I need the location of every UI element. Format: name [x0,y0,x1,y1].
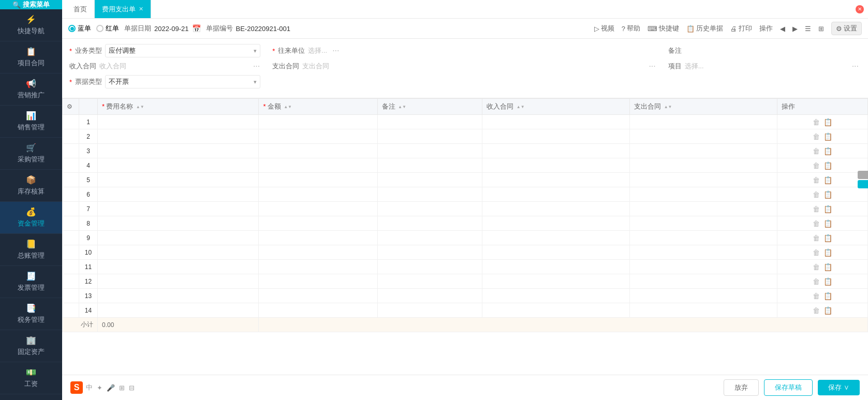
remark-cell[interactable] [377,158,482,173]
remark-cell[interactable] [377,245,482,260]
th-amount[interactable]: * 金额 ▲▼ [259,99,377,115]
expense-contract-cell[interactable] [630,144,777,158]
expense-name-cell[interactable] [98,289,259,303]
amount-cell[interactable] [259,274,377,289]
copy-icon[interactable]: 📋 [823,306,832,315]
expense-name-cell[interactable] [98,216,259,231]
sidebar-header[interactable]: 🔍 搜索菜单 [0,0,62,9]
delete-icon[interactable]: 🗑 [813,219,820,228]
th-income-contract[interactable]: 收入合同 ▲▼ [482,99,630,115]
sort-arrows-income[interactable]: ▲▼ [517,105,525,109]
delete-icon[interactable]: 🗑 [813,277,820,286]
sidebar-item-invoice[interactable]: 🧾 发票管理 [0,266,62,298]
income-contract-cell[interactable] [482,231,630,245]
expense-contract-cell[interactable] [630,303,777,318]
remark-cell[interactable] [377,173,482,187]
copy-icon[interactable]: 📋 [823,234,832,242]
expense-contract-cell[interactable] [630,274,777,289]
amount-cell[interactable] [259,115,377,129]
remark-cell[interactable] [377,260,482,274]
sidebar-item-capital[interactable]: 💰 资金管理 [0,202,62,234]
expense-name-cell[interactable] [98,245,259,260]
income-contract-cell[interactable] [482,289,630,303]
expense-name-cell[interactable] [98,187,259,202]
right-tab-link[interactable]: 联 [858,180,868,188]
copy-icon[interactable]: 📋 [823,190,832,199]
sort-arrows-expense-contract[interactable]: ▲▼ [664,105,672,109]
expense-contract-cell[interactable] [630,289,777,303]
shortcut-button[interactable]: ⌨ 快捷键 [648,24,679,33]
delete-icon[interactable]: 🗑 [813,205,820,213]
copy-icon[interactable]: 📋 [823,132,832,141]
income-contract-cell[interactable] [482,274,630,289]
business-type-select[interactable]: 应付调整 ▾ [105,44,260,57]
delete-icon[interactable]: 🗑 [813,234,820,242]
remark-cell[interactable] [377,202,482,216]
amount-cell[interactable] [259,173,377,187]
income-contract-cell[interactable] [482,216,630,231]
amount-cell[interactable] [259,187,377,202]
copy-icon[interactable]: 📋 [823,292,832,300]
video-button[interactable]: ▷ 视频 [594,24,614,33]
expense-name-cell[interactable] [98,303,259,318]
expense-name-cell[interactable] [98,115,259,129]
operations-button[interactable]: 操作 [759,24,773,33]
sort-arrows-remark[interactable]: ▲▼ [398,105,406,109]
amount-cell[interactable] [259,158,377,173]
delete-icon[interactable]: 🗑 [813,248,820,257]
expense-name-cell[interactable] [98,129,259,144]
expense-contract-dots[interactable]: ··· [646,62,657,71]
expense-name-cell[interactable] [98,202,259,216]
income-contract-cell[interactable] [482,158,630,173]
expense-name-cell[interactable] [98,231,259,245]
income-contract-cell[interactable] [482,173,630,187]
right-tab-attachment[interactable]: 附 [858,171,868,179]
amount-cell[interactable] [259,231,377,245]
delete-icon[interactable]: 🗑 [813,147,820,155]
expense-contract-cell[interactable] [630,260,777,274]
copy-icon[interactable]: 📋 [823,161,832,170]
tab-home[interactable]: 首页 [66,0,95,18]
amount-cell[interactable] [259,303,377,318]
tab-close-icon[interactable]: ✕ [139,6,143,12]
copy-icon[interactable]: 📋 [823,248,832,257]
expense-contract-cell[interactable] [630,202,777,216]
expense-contract-cell[interactable] [630,231,777,245]
save-draft-button[interactable]: 保存草稿 [764,379,813,396]
expense-name-cell[interactable] [98,173,259,187]
th-remark[interactable]: 备注 ▲▼ [377,99,482,115]
remark-cell[interactable] [377,216,482,231]
expense-contract-cell[interactable] [630,173,777,187]
remark-cell[interactable] [377,129,482,144]
view-grid-button[interactable]: ⊞ [818,25,824,33]
copy-icon[interactable]: 📋 [823,219,832,228]
expense-name-cell[interactable] [98,144,259,158]
project-input[interactable]: 选择... [685,62,847,71]
th-settings[interactable]: ⚙ [63,99,79,115]
delete-icon[interactable]: 🗑 [813,306,820,315]
remark-cell[interactable] [377,231,482,245]
settings-button[interactable]: ⚙ 设置 [831,22,862,35]
sort-arrows-amount[interactable]: ▲▼ [284,105,292,109]
invoice-type-select[interactable]: 不开票 ▾ [105,75,260,88]
expense-contract-cell[interactable] [630,115,777,129]
th-expense-name[interactable]: * 费用名称 ▲▼ [98,99,259,115]
remark-cell[interactable] [377,274,482,289]
tab-expense[interactable]: 费用支出单 ✕ [95,0,151,18]
amount-cell[interactable] [259,129,377,144]
copy-icon[interactable]: 📋 [823,118,832,126]
amount-cell[interactable] [259,216,377,231]
income-contract-cell[interactable] [482,303,630,318]
income-contract-cell[interactable] [482,260,630,274]
calendar-icon[interactable]: 📅 [192,24,201,33]
amount-cell[interactable] [259,144,377,158]
blue-single-radio[interactable]: 蓝单 [68,24,91,33]
sidebar-item-marketing[interactable]: 📢 营销推广 [0,73,62,106]
remark-cell[interactable] [377,303,482,318]
amount-cell[interactable] [259,245,377,260]
discard-button[interactable]: 放弃 [724,379,759,396]
expense-name-cell[interactable] [98,260,259,274]
red-single-radio[interactable]: 红单 [96,24,119,33]
copy-icon[interactable]: 📋 [823,147,832,155]
sort-arrows-expense[interactable]: ▲▼ [136,105,144,109]
